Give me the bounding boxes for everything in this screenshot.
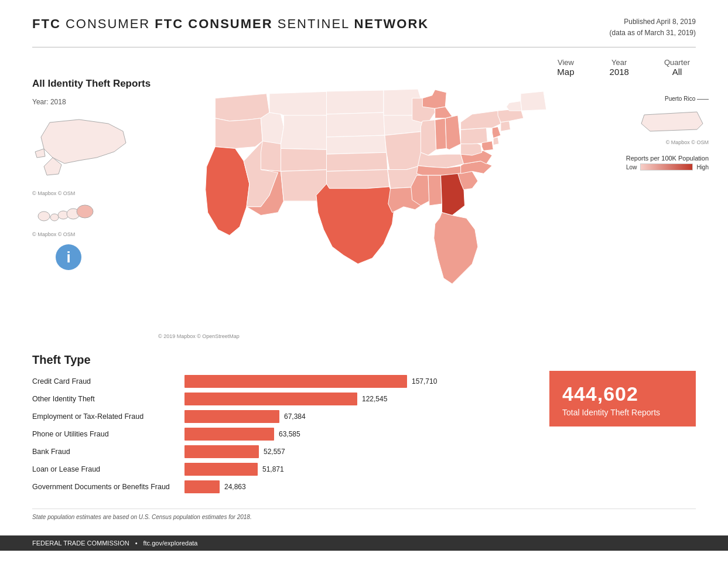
footer-separator: • xyxy=(135,540,138,547)
chart-left: Theft Type Credit Card Fraud 157,710 Oth… xyxy=(32,353,532,498)
control-year-value: 2018 xyxy=(610,67,629,77)
state-ca xyxy=(206,147,249,236)
bar-row: Government Documents or Benefits Fraud 2… xyxy=(32,480,532,493)
state-wa xyxy=(215,94,269,121)
alaska-shape xyxy=(41,120,126,163)
state-nd xyxy=(327,90,384,114)
state-mi-lower xyxy=(435,107,452,119)
chart-title: Theft Type xyxy=(32,353,532,367)
map-copyright: © 2019 Mapbox © OpenStreetMap xyxy=(158,333,612,339)
control-view-value: Map xyxy=(557,67,574,77)
footer-bar: FEDERAL TRADE COMMISSION • ftc.gov/explo… xyxy=(0,535,728,551)
bar-row: Phone or Utilities Fraud 63,585 xyxy=(32,428,532,441)
control-year-label: Year xyxy=(610,58,629,67)
control-view-label: View xyxy=(557,58,574,67)
state-wy xyxy=(281,115,330,150)
bar-value: 122,545 xyxy=(362,395,387,403)
page: FTC CONSUMER FTC CONSUMER SENTINEL NETWO… xyxy=(0,0,728,563)
bar-value: 52,557 xyxy=(264,448,285,456)
bar-track: 122,545 xyxy=(184,393,387,405)
bar-label: Loan or Lease Fraud xyxy=(32,465,184,473)
state-il xyxy=(421,120,436,155)
state-in xyxy=(435,118,447,150)
footer-note: State population estimates are based on … xyxy=(32,509,696,520)
total-label: Total Identity Theft Reports xyxy=(562,408,683,417)
left-panel: All Identity Theft Reports Year: 2018 © … xyxy=(32,78,155,270)
total-number: 444,602 xyxy=(562,383,683,405)
bar-fill xyxy=(184,393,357,405)
main-map-area: © 2019 Mapbox © OpenStreetMap xyxy=(155,78,612,339)
svg-point-4 xyxy=(77,205,93,218)
state-sd xyxy=(327,112,385,137)
bar-track: 52,557 xyxy=(184,445,285,458)
pr-copyright: © Mapbox © OSM xyxy=(666,139,709,145)
total-box: 444,602 Total Identity Theft Reports xyxy=(549,371,696,426)
header-meta: Published April 8, 2019 (data as of Marc… xyxy=(610,16,696,39)
alaska-inset: © Mapbox © OSM xyxy=(32,111,155,196)
published-date: Published April 8, 2019 xyxy=(610,16,696,28)
info-icon-wrapper: i xyxy=(56,244,155,270)
bar-row: Other Identity Theft 122,545 xyxy=(32,393,532,405)
state-de xyxy=(493,137,499,145)
bar-label: Credit Card Fraud xyxy=(32,377,184,385)
bar-fill xyxy=(184,410,279,423)
legend-title: Reports per 100K Population xyxy=(626,155,709,162)
logo-consumer: CONSUMER xyxy=(66,16,150,31)
svg-point-0 xyxy=(38,211,50,221)
bar-label: Employment or Tax-Related Fraud xyxy=(32,412,184,421)
bar-track: 63,585 xyxy=(184,428,300,441)
control-year[interactable]: Year 2018 xyxy=(610,58,629,77)
legend-high: High xyxy=(696,164,709,170)
chart-section: Theft Type Credit Card Fraud 157,710 Oth… xyxy=(32,353,696,498)
bar-track: 24,863 xyxy=(184,480,246,493)
bar-label: Other Identity Theft xyxy=(32,395,184,403)
right-panel: Puerto Rico —— © Mapbox © OSM Reports pe… xyxy=(612,78,709,170)
control-quarter-value: All xyxy=(664,67,690,77)
puerto-rico-label: Puerto Rico —— xyxy=(665,95,709,102)
bar-row: Bank Fraud 52,557 xyxy=(32,445,532,458)
alaska-map-svg xyxy=(32,111,143,187)
bar-track: 157,710 xyxy=(184,375,437,388)
hawaii-map-svg xyxy=(32,199,102,228)
bar-fill xyxy=(184,428,274,441)
state-or xyxy=(215,118,262,149)
bar-row: Credit Card Fraud 157,710 xyxy=(32,375,532,388)
bar-value: 157,710 xyxy=(412,377,437,385)
bar-label: Phone or Utilities Fraud xyxy=(32,430,184,438)
bar-value: 51,871 xyxy=(262,465,284,473)
data-as-of: (data as of March 31, 2019) xyxy=(610,28,696,39)
bar-track: 67,384 xyxy=(184,410,306,423)
legend-row: Low High xyxy=(626,163,709,170)
bar-row: Loan or Lease Fraud 51,871 xyxy=(32,463,532,476)
bar-value: 24,863 xyxy=(224,483,246,491)
state-co xyxy=(281,149,330,172)
state-ct xyxy=(501,121,511,132)
control-quarter-label: Quarter xyxy=(664,58,690,67)
state-fl xyxy=(434,213,478,284)
map-controls: View Map Year 2018 Quarter All xyxy=(32,58,696,77)
state-vt-nh xyxy=(507,101,522,111)
bar-row: Employment or Tax-Related Fraud 67,384 xyxy=(32,410,532,423)
hawaii-copyright: © Mapbox © OSM xyxy=(32,231,155,237)
us-map-svg xyxy=(155,78,612,330)
svg-point-1 xyxy=(50,214,59,221)
bar-label: Bank Fraud xyxy=(32,448,184,456)
state-ut xyxy=(261,141,281,172)
bar-value: 67,384 xyxy=(284,412,306,421)
chart-right: 444,602 Total Identity Theft Reports xyxy=(549,353,696,426)
bar-fill xyxy=(184,480,220,493)
logo: FTC CONSUMER FTC CONSUMER SENTINEL NETWO… xyxy=(32,16,429,32)
bar-fill xyxy=(184,445,259,458)
state-pa xyxy=(461,128,488,144)
state-nj xyxy=(492,127,501,139)
info-icon[interactable]: i xyxy=(56,244,81,270)
control-view[interactable]: View Map xyxy=(557,58,574,77)
state-ky xyxy=(418,153,464,168)
legend-bar xyxy=(640,163,693,170)
control-quarter[interactable]: Quarter All xyxy=(664,58,690,77)
legend-low: Low xyxy=(626,164,637,170)
map-subtitle: Year: 2018 xyxy=(32,98,155,106)
state-ks xyxy=(327,153,388,172)
state-al xyxy=(428,176,442,206)
bars-container: Credit Card Fraud 157,710 Other Identity… xyxy=(32,375,532,493)
